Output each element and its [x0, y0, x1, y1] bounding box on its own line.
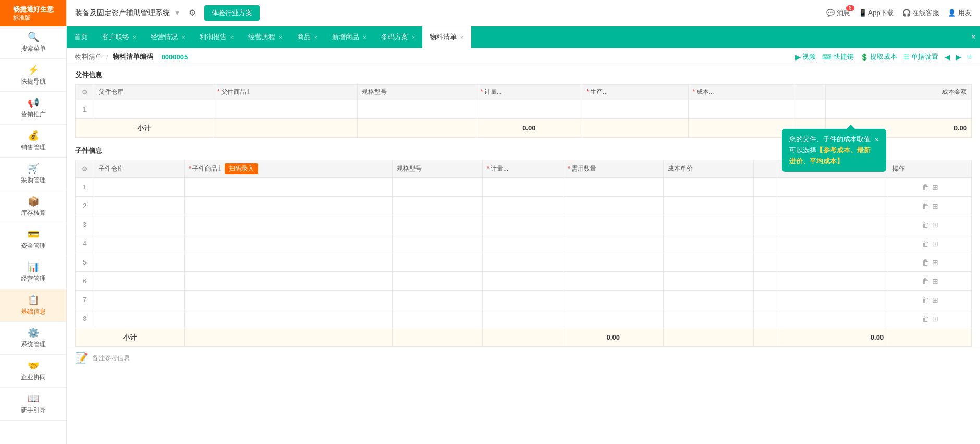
tab-new-goods-close[interactable]: × — [363, 34, 366, 40]
tab-bom[interactable]: 物料清单 × — [422, 26, 471, 48]
child-row-7-amount[interactable] — [777, 291, 888, 309]
delete-icon-5[interactable]: 🗑 — [922, 258, 929, 267]
child-row-6-spec[interactable] — [392, 272, 482, 291]
child-col-gear[interactable]: ⚙ — [76, 160, 94, 178]
sidebar-item-purchase[interactable]: 🛒 采购管理 — [0, 158, 66, 190]
child-row-1-amount[interactable] — [777, 178, 888, 197]
tab-new-goods[interactable]: 新增商品 × — [325, 26, 373, 48]
parent-col-gear[interactable]: ⚙ — [76, 85, 94, 100]
tab-operations-close[interactable]: × — [181, 34, 185, 40]
delete-icon-6[interactable]: 🗑 — [922, 277, 929, 285]
child-row-2-price[interactable] — [663, 197, 753, 215]
tab-goods-close[interactable]: × — [314, 34, 317, 40]
experience-btn[interactable]: 体验行业方案 — [204, 5, 260, 21]
nav-prev-btn[interactable]: ◀ — [945, 53, 950, 61]
child-row-3-unit[interactable] — [483, 215, 564, 234]
child-row-3-price[interactable] — [663, 215, 753, 234]
child-row-5-spec[interactable] — [392, 253, 482, 272]
child-row-8-goods[interactable] — [185, 309, 393, 328]
child-row-1-goods[interactable] — [185, 178, 393, 197]
child-row-8-unit[interactable] — [483, 309, 564, 328]
tab-home[interactable]: 首页 — [67, 26, 95, 48]
child-row-5-qty[interactable] — [563, 253, 663, 272]
child-row-1-spec[interactable] — [392, 178, 482, 197]
tab-history[interactable]: 经营历程 × — [241, 26, 289, 48]
scan-input-btn[interactable]: 扫码录入 — [225, 163, 258, 174]
child-row-3-goods[interactable] — [185, 215, 393, 234]
delete-icon-1[interactable]: 🗑 — [922, 183, 929, 191]
child-row-2-goods[interactable] — [185, 197, 393, 215]
tab-operations[interactable]: 经营情况 × — [143, 26, 192, 48]
child-row-7-qty[interactable] — [563, 291, 663, 309]
child-row-6-qty[interactable] — [563, 272, 663, 291]
delete-icon-8[interactable]: 🗑 — [922, 315, 929, 323]
user-area[interactable]: 👤 用友 — [948, 8, 972, 18]
child-row-3-warehouse[interactable] — [94, 215, 185, 234]
child-row-4-price[interactable] — [663, 234, 753, 253]
parent-row-1-goods[interactable] — [213, 100, 357, 119]
child-row-6-goods[interactable] — [185, 272, 393, 291]
parent-row-1-spec[interactable] — [357, 100, 476, 119]
close-all-tabs[interactable]: × — [967, 32, 980, 42]
child-row-7-price[interactable] — [663, 291, 753, 309]
sidebar-item-marketing[interactable]: 📢 营销推广 — [0, 92, 66, 125]
tab-customer[interactable]: 客户联络 × — [95, 26, 143, 48]
copy-icon-3[interactable]: ⊞ — [932, 221, 938, 229]
sidebar-item-quicknav[interactable]: ⚡ 快捷导航 — [0, 59, 66, 92]
child-row-4-amount[interactable] — [777, 234, 888, 253]
child-row-8-price[interactable] — [663, 309, 753, 328]
child-row-6-unit[interactable] — [483, 272, 564, 291]
parent-row-1-unit[interactable] — [476, 100, 582, 119]
child-row-4-qty[interactable] — [563, 234, 663, 253]
message-btn[interactable]: 💬 消息 6 — [826, 8, 850, 18]
app-download-btn[interactable]: 📱 App下载 — [859, 8, 894, 18]
delete-icon-3[interactable]: 🗑 — [922, 221, 929, 229]
tab-history-close[interactable]: × — [279, 34, 282, 40]
child-row-8-qty[interactable] — [563, 309, 663, 328]
child-row-2-amount[interactable] — [777, 197, 888, 215]
sidebar-item-guide[interactable]: 📖 新手引导 — [0, 388, 66, 421]
delete-icon-2[interactable]: 🗑 — [922, 202, 929, 210]
copy-icon-6[interactable]: ⊞ — [932, 277, 938, 285]
child-row-4-unit[interactable] — [483, 234, 564, 253]
child-row-2-unit[interactable] — [483, 197, 564, 215]
tab-customer-close[interactable]: × — [133, 34, 136, 40]
child-row-1-unit[interactable] — [483, 178, 564, 197]
tab-barcode-close[interactable]: × — [412, 34, 415, 40]
sidebar-item-finance[interactable]: 💳 资金管理 — [0, 223, 66, 256]
tab-bom-close[interactable]: × — [460, 34, 463, 40]
video-btn[interactable]: ▶ 视频 — [795, 52, 816, 62]
sidebar-item-system[interactable]: ⚙️ 系统管理 — [0, 322, 66, 355]
child-row-5-warehouse[interactable] — [94, 253, 185, 272]
child-row-5-amount[interactable] — [777, 253, 888, 272]
tab-barcode[interactable]: 条码方案 × — [374, 26, 422, 48]
child-row-4-warehouse[interactable] — [94, 234, 185, 253]
child-row-1-qty[interactable] — [563, 178, 663, 197]
child-row-4-goods[interactable] — [185, 234, 393, 253]
breadcrumb-bom[interactable]: 物料清单 — [75, 52, 102, 62]
child-row-8-amount[interactable] — [777, 309, 888, 328]
copy-icon-2[interactable]: ⊞ — [932, 202, 938, 210]
child-row-7-unit[interactable] — [483, 291, 564, 309]
tooltip-close-btn[interactable]: × — [875, 134, 879, 146]
copy-icon-1[interactable]: ⊞ — [932, 183, 938, 191]
online-service-btn[interactable]: 🎧 在线客服 — [902, 8, 940, 18]
child-row-6-warehouse[interactable] — [94, 272, 185, 291]
copy-icon-5[interactable]: ⊞ — [932, 258, 938, 267]
child-row-6-price[interactable] — [663, 272, 753, 291]
copy-icon-7[interactable]: ⊞ — [932, 296, 938, 304]
tab-goods[interactable]: 商品 × — [290, 26, 325, 48]
child-row-1-warehouse[interactable] — [94, 178, 185, 197]
child-row-7-goods[interactable] — [185, 291, 393, 309]
child-row-5-price[interactable] — [663, 253, 753, 272]
copy-icon-4[interactable]: ⊞ — [932, 239, 938, 248]
child-row-2-warehouse[interactable] — [94, 197, 185, 215]
sidebar-item-basic[interactable]: 📋 基础信息 — [0, 289, 66, 322]
parent-row-1-amount[interactable] — [825, 100, 971, 119]
child-row-2-spec[interactable] — [392, 197, 482, 215]
copy-icon-8[interactable]: ⊞ — [932, 315, 938, 323]
topbar-dropdown-arrow[interactable]: ▼ — [174, 9, 180, 17]
tab-profit[interactable]: 利润报告 × — [192, 26, 241, 48]
sidebar-item-operations[interactable]: 📊 经营管理 — [0, 256, 66, 289]
child-row-8-warehouse[interactable] — [94, 309, 185, 328]
